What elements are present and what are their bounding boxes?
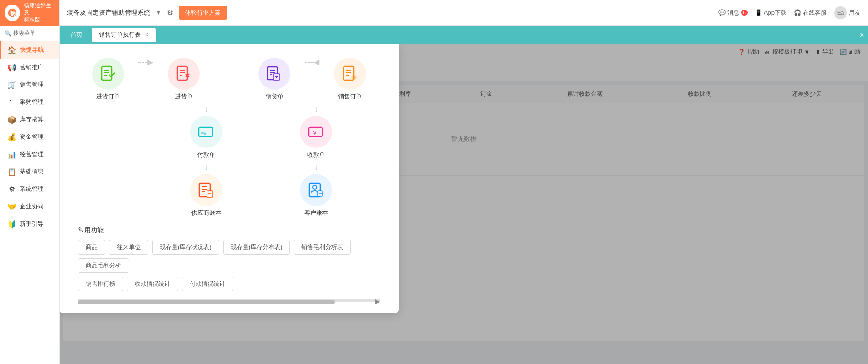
customer-account-col: 客户账本: [279, 174, 353, 217]
customer-account-label: 客户账本: [304, 209, 328, 217]
avatar: Ea: [834, 6, 847, 19]
scroll-right-arrow[interactable]: ▶: [375, 298, 380, 305]
spacer-2: [151, 104, 169, 114]
message-badge: 6: [741, 10, 748, 16]
common-btn-6[interactable]: 销售排行榜: [78, 277, 123, 291]
tab-close-all[interactable]: ×: [859, 30, 864, 40]
overlay-scrollbar: ▶: [78, 299, 380, 304]
common-btn-0[interactable]: 商品: [78, 240, 105, 255]
supplier-account-col: 供应商账本: [169, 174, 243, 217]
operation-icon: 📊: [8, 150, 16, 158]
flow-arrows-row: ↓ ↓: [78, 104, 380, 114]
system-icon: ⚙: [8, 185, 16, 193]
h-arrow-1: ▶: [138, 58, 153, 78]
sidebar-item-operation[interactable]: 📊 经营管理: [0, 146, 59, 163]
basic-icon: 📋: [8, 168, 16, 176]
receipt-circle[interactable]: ¥: [300, 116, 332, 148]
purchase-bill-circle[interactable]: [168, 58, 200, 90]
sales-order-circle[interactable]: [334, 58, 366, 90]
collab-icon: 🤝: [8, 202, 16, 211]
app-download-item[interactable]: 📱 App下载: [755, 9, 786, 17]
service-icon: 🎧: [794, 9, 801, 16]
sidebar: 畅 畅康通好生意 标准版 🔍 搜索菜单 🏠 快捷导航 📢 营销推广 🛒: [0, 0, 60, 364]
supplier-account-circle[interactable]: [190, 174, 222, 206]
tabbar: 首页 销售订单执行表 × ×: [60, 26, 868, 44]
sidebar-nav: 🏠 快捷导航 📢 营销推广 🛒 销售管理 🏷 采购管理 📦 库存核算 💰: [0, 41, 59, 364]
sidebar-item-sales[interactable]: 🛒 销售管理: [0, 76, 59, 93]
sidebar-item-finance[interactable]: 💰 资金管理: [0, 128, 59, 146]
online-service-label: 在线客服: [803, 9, 827, 17]
sidebar-item-collab[interactable]: 🤝 企业协同: [0, 198, 59, 215]
sidebar-item-purchase[interactable]: 🏷 采购管理: [0, 93, 59, 111]
sidebar-item-label-8: 系统管理: [20, 185, 44, 193]
sidebar-search[interactable]: 🔍 搜索菜单: [0, 26, 59, 41]
sidebar-item-quick-nav[interactable]: 🏠 快捷导航: [0, 41, 59, 59]
settings-icon[interactable]: ⚙: [167, 8, 173, 17]
sidebar-item-label-7: 基础信息: [20, 168, 44, 176]
sidebar-item-label-3: 采购管理: [20, 98, 44, 106]
sales-order-col: 销售订单: [320, 58, 380, 101]
topbar: 装备及固定资产辅助管理系统 ▼ ⚙ 体验行业方案 💬 消息 6 📱 App下载 …: [60, 0, 868, 26]
sidebar-item-label-4: 库存核算: [20, 115, 44, 124]
svg-text:畅: 畅: [10, 10, 15, 16]
flow-top-row: 进货订单 ▶: [78, 58, 380, 101]
tab-home[interactable]: 首页: [63, 28, 90, 42]
sidebar-item-label-2: 销售管理: [20, 81, 44, 89]
sidebar-item-guide[interactable]: 🔰 新手引导: [0, 215, 59, 233]
receipt-col: ¥ 收款单: [279, 116, 353, 159]
common-btns-row1: 商品 往来单位 现存量(库存状况表) 现存量(库存分布表) 销售毛利分析表 商品…: [78, 240, 380, 273]
receipt-label: 收款单: [307, 151, 325, 159]
sales-bill-col: 销货单: [244, 58, 305, 101]
sidebar-logo: 畅 畅康通好生意 标准版: [0, 0, 59, 26]
tab-home-label: 首页: [71, 31, 82, 39]
spacer-left: [78, 104, 151, 114]
main-area: 装备及固定资产辅助管理系统 ▼ ⚙ 体验行业方案 💬 消息 6 📱 App下载 …: [60, 0, 868, 364]
sidebar-item-label-9: 企业协同: [20, 202, 44, 211]
down-arrow-purchase: ↓: [169, 104, 243, 114]
supplier-account-label: 供应商账本: [191, 209, 221, 217]
scrollbar-thumb[interactable]: [78, 300, 335, 304]
sidebar-item-inventory[interactable]: 📦 库存核算: [0, 111, 59, 128]
common-btn-7[interactable]: 收款情况统计: [127, 277, 178, 291]
online-service-item[interactable]: 🎧 在线客服: [794, 9, 827, 17]
common-functions-title: 常用功能: [78, 226, 380, 234]
spacer-5: [243, 163, 279, 172]
sales-icon: 🛒: [8, 81, 16, 89]
spacer-3: [243, 104, 279, 114]
quick-nav-overlay[interactable]: 进货订单 ▶: [60, 44, 868, 364]
experience-btn[interactable]: 体验行业方案: [179, 6, 227, 20]
common-btn-2[interactable]: 现存量(库存状况表): [152, 240, 219, 255]
system-dropdown[interactable]: ▼: [156, 10, 161, 16]
mobile-icon: 📱: [755, 9, 762, 16]
common-btn-1[interactable]: 往来单位: [109, 240, 148, 255]
search-icon: 🔍: [5, 30, 11, 37]
sidebar-item-system[interactable]: ⚙ 系统管理: [0, 180, 59, 198]
sidebar-item-marketing[interactable]: 📢 营销推广: [0, 59, 59, 76]
logo-line1: 畅康通好生意: [24, 2, 55, 16]
message-item[interactable]: 💬 消息 6: [718, 9, 748, 17]
svg-rect-36: [207, 191, 213, 197]
tab-sales-order[interactable]: 销售订单执行表 ×: [92, 28, 156, 42]
customer-account-circle[interactable]: [300, 174, 332, 206]
common-btn-5[interactable]: 商品毛利分析: [78, 258, 129, 273]
down-arrow-payment: ↓: [169, 163, 243, 172]
purchase-order-label: 进货订单: [96, 92, 120, 101]
purchase-order-circle[interactable]: [92, 58, 124, 90]
sidebar-item-basic[interactable]: 📋 基础信息: [0, 163, 59, 180]
svg-rect-40: [318, 191, 322, 196]
payment-circle[interactable]: ¥: [190, 116, 222, 148]
sales-bill-circle[interactable]: [258, 58, 290, 90]
tab-close-icon[interactable]: ×: [145, 32, 148, 38]
common-btn-3[interactable]: 现存量(库存分布表): [223, 240, 290, 255]
user-item[interactable]: Ea 用友: [834, 6, 861, 19]
svg-text:¥: ¥: [203, 131, 207, 136]
svg-point-39: [313, 185, 317, 189]
logo-text: 畅康通好生意 标准版: [24, 2, 55, 24]
purchase-bill-label: 进货单: [175, 92, 193, 101]
purchase-bill-col: 进货单: [153, 58, 214, 101]
payment-label: 付款单: [197, 151, 215, 159]
tab-active-label: 销售订单执行表: [99, 31, 141, 39]
common-btn-8[interactable]: 付款情况统计: [182, 277, 233, 291]
sidebar-item-label-1: 营销推广: [20, 63, 44, 71]
common-btn-4[interactable]: 销售毛利分析表: [294, 240, 351, 255]
